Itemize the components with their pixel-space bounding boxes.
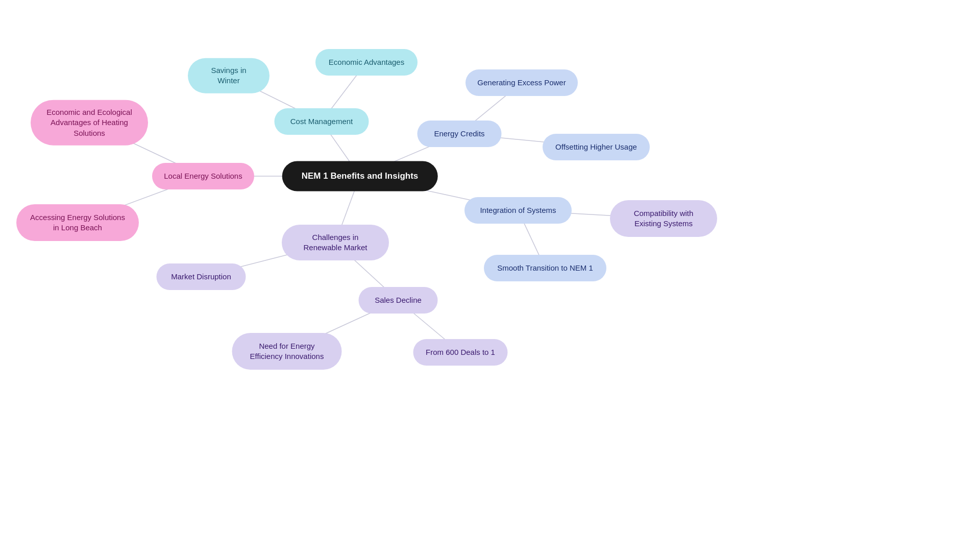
integration-systems-node[interactable]: Integration of Systems <box>464 197 572 224</box>
offsetting-higher-usage-node[interactable]: Offsetting Higher Usage <box>543 134 650 160</box>
market-disruption-node[interactable]: Market Disruption <box>157 263 246 290</box>
compatibility-existing-node[interactable]: Compatibility with Existing Systems <box>610 200 717 237</box>
need-energy-efficiency-node[interactable]: Need for Energy Efficiency Innovations <box>232 333 342 370</box>
savings-winter-node[interactable]: Savings in Winter <box>188 58 270 93</box>
eco-advantages-heating-node[interactable]: Economic and Ecological Advantages of He… <box>31 100 148 146</box>
challenges-renewable-node[interactable]: Challenges in Renewable Market <box>282 225 389 260</box>
local-energy-solutions-node[interactable]: Local Energy Solutions <box>152 163 254 189</box>
economic-advantages-node[interactable]: Economic Advantages <box>315 49 418 76</box>
energy-credits-node[interactable]: Energy Credits <box>418 121 502 147</box>
from-600-deals-node[interactable]: From 600 Deals to 1 <box>413 339 508 366</box>
center-node[interactable]: NEM 1 Benefits and Insights <box>282 161 438 191</box>
accessing-energy-lb-node[interactable]: Accessing Energy Solutions in Long Beach <box>16 204 139 241</box>
sales-decline-node[interactable]: Sales Decline <box>359 287 438 314</box>
mindmap-container: NEM 1 Benefits and InsightsSavings in Wi… <box>0 0 980 553</box>
cost-management-node[interactable]: Cost Management <box>275 108 369 135</box>
smooth-transition-node[interactable]: Smooth Transition to NEM 1 <box>484 255 606 281</box>
generating-excess-power-node[interactable]: Generating Excess Power <box>465 69 578 96</box>
